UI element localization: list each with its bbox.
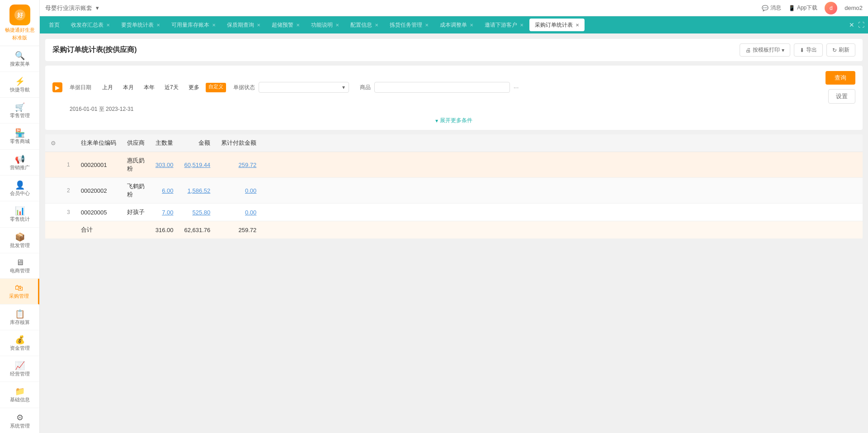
- sidebar-item-retail-shop[interactable]: 🏪零售商城: [0, 124, 39, 149]
- cell-settings-0: [45, 152, 61, 178]
- tab-invite-downstream[interactable]: 邀请下游客户✕: [479, 19, 529, 31]
- avatar[interactable]: d: [825, 2, 837, 14]
- footer-empty1: [45, 221, 61, 239]
- cell-seq-2: 3: [61, 204, 75, 221]
- column-settings-icon[interactable]: ⚙: [51, 140, 56, 147]
- date-filter-label: 单据日期: [70, 84, 91, 91]
- cell-amount-1[interactable]: 1,586.52: [179, 178, 216, 204]
- sidebar-item-system[interactable]: ⚙系统管理: [0, 408, 39, 433]
- table-row[interactable]: 1 00020001 惠氏奶粉 303.00 60,519.44 259.72: [45, 152, 863, 178]
- tab-home[interactable]: 首页: [43, 19, 65, 31]
- cell-qty-1[interactable]: 6.00: [150, 178, 179, 204]
- tab-cost-adjust[interactable]: 成本调整单✕: [434, 19, 479, 31]
- sidebar-item-ecommerce[interactable]: 🖥电商管理: [0, 253, 39, 279]
- date-btn-this-year[interactable]: 本年: [140, 83, 158, 92]
- export-button[interactable]: ⬇ 导出: [794, 43, 823, 57]
- app-download-label: App下载: [797, 4, 817, 12]
- cell-amount-2[interactable]: 525.80: [179, 204, 216, 221]
- query-button[interactable]: 查询: [826, 71, 855, 85]
- filter-row: ▶ 单据日期 上月 本月 本年 近7天 更多 自定义 单据状态 ▾: [52, 71, 855, 104]
- sidebar: 好 畅捷通好生意 标准版 🔍搜索英单⚡快捷导航🛒零售管理🏪零售商城📢营销推广👤会…: [0, 0, 40, 433]
- tab-expiry-query[interactable]: 保质期查询✕: [222, 19, 266, 31]
- tab-close-pick-task[interactable]: ✕: [425, 23, 429, 28]
- cell-qty-2[interactable]: 7.00: [150, 204, 179, 221]
- sidebar-item-wholesale[interactable]: 📦批发管理: [0, 228, 39, 253]
- sidebar-item-member[interactable]: 👤会员中心: [0, 176, 39, 201]
- goods-input[interactable]: [374, 82, 510, 93]
- sidebar-item-retail-stat[interactable]: 📊零售统计: [0, 201, 39, 227]
- table-area: ⚙ 往来单位编码 供应商 主数量 金额 累计付款金额 1 00020001 惠氏…: [45, 134, 863, 239]
- sidebar-item-marketing[interactable]: 📢营销推广: [0, 150, 39, 176]
- sidebar-item-retail[interactable]: 🛒零售管理: [0, 98, 39, 124]
- tab-purchase-stat[interactable]: 采购订单统计表✕: [529, 19, 585, 31]
- cell-paid-2[interactable]: 0.00: [216, 204, 262, 221]
- logo-area: 好 畅捷通好生意 标准版: [0, 0, 39, 46]
- fullscreen-icon[interactable]: ⛶: [858, 21, 864, 29]
- date-range-display: 2016-01-01 至 2023-12-31: [70, 105, 855, 113]
- filter-toggle-button[interactable]: ▶: [52, 82, 62, 92]
- sidebar-item-search[interactable]: 🔍搜索英单: [0, 46, 39, 72]
- username-label[interactable]: demo2: [844, 5, 863, 11]
- tab-receive-send[interactable]: 收发存汇总表✕: [66, 19, 115, 31]
- expand-icon: ▾: [435, 118, 438, 124]
- footer-row: 合计 316.00 62,631.76 259.72: [45, 221, 863, 239]
- tab-close-config-info[interactable]: ✕: [375, 23, 378, 28]
- tab-config-info[interactable]: 配置信息✕: [345, 19, 384, 31]
- tab-close-function-desc[interactable]: ✕: [335, 23, 339, 28]
- tab-function-desc[interactable]: 功能说明✕: [306, 19, 344, 31]
- cell-amount-0[interactable]: 60,519.44: [179, 152, 216, 178]
- table-header-row: ⚙ 往来单位编码 供应商 主数量 金额 累计付款金额: [45, 134, 863, 152]
- setting-button[interactable]: 设置: [828, 89, 855, 104]
- sidebar-item-basic[interactable]: 📁基础信息: [0, 382, 39, 408]
- cell-paid-1[interactable]: 0.00: [216, 178, 262, 204]
- custom-date-badge[interactable]: 自定义: [206, 83, 226, 92]
- app-download-button[interactable]: 📱 App下载: [788, 4, 817, 12]
- refresh-icon: ↻: [832, 47, 837, 53]
- sidebar-item-finance[interactable]: 💰资金管理: [0, 330, 39, 356]
- tab-close-receive-send[interactable]: ✕: [106, 23, 110, 28]
- sidebar-item-inventory[interactable]: 📋库存核算: [0, 305, 39, 330]
- cell-paid-0[interactable]: 259.72: [216, 152, 262, 178]
- message-button[interactable]: 💬 消息: [762, 4, 781, 12]
- tab-close-expiry-query[interactable]: ✕: [257, 23, 260, 28]
- tab-close-purchase-stat[interactable]: ✕: [576, 23, 579, 28]
- tab-goods-stat[interactable]: 要货单统计表✕: [116, 19, 165, 31]
- expand-more-button[interactable]: ▾ 展开更多条件: [435, 117, 472, 124]
- tab-close-inventory-book[interactable]: ✕: [212, 23, 216, 28]
- date-btn-7days[interactable]: 近7天: [161, 83, 182, 92]
- close-tab-icon[interactable]: ✕: [849, 21, 854, 29]
- goods-more-icon[interactable]: ···: [514, 84, 519, 91]
- message-label: 消息: [770, 4, 781, 12]
- tab-close-overstock-alert[interactable]: ✕: [296, 23, 300, 28]
- date-btn-this-month[interactable]: 本月: [119, 83, 137, 92]
- cell-qty-0[interactable]: 303.00: [150, 152, 179, 178]
- tab-close-invite-downstream[interactable]: ✕: [520, 23, 524, 28]
- col-seq: [61, 134, 75, 152]
- data-table: ⚙ 往来单位编码 供应商 主数量 金额 累计付款金额 1 00020001 惠氏…: [45, 134, 863, 239]
- table-row[interactable]: 3 00020005 好孩子 7.00 525.80 0.00: [45, 204, 863, 221]
- tab-close-cost-adjust[interactable]: ✕: [470, 23, 473, 28]
- print-label: 按模板打印: [753, 46, 780, 54]
- tab-close-goods-stat[interactable]: ✕: [156, 23, 160, 28]
- tab-overstock-alert[interactable]: 超储预警✕: [266, 19, 305, 31]
- print-button[interactable]: 🖨 按模板打印 ▾: [740, 43, 790, 57]
- table-row[interactable]: 2 00020002 飞鹤奶粉 6.00 1,586.52 0.00: [45, 178, 863, 204]
- tab-inventory-book[interactable]: 可用量库存账本✕: [166, 19, 221, 31]
- footer-paid: 259.72: [216, 221, 262, 239]
- refresh-button[interactable]: ↻ 刷新: [826, 43, 855, 57]
- status-filter: 单据状态 ▾: [233, 82, 349, 93]
- sidebar-item-operation[interactable]: 📈经营管理: [0, 356, 39, 382]
- sidebar-item-purchase[interactable]: 🛍采购管理: [0, 279, 39, 304]
- col-empty: [262, 134, 863, 152]
- tab-pick-task[interactable]: 拣货任务管理✕: [384, 19, 434, 31]
- tab-label-goods-stat: 要货单统计表: [121, 21, 154, 29]
- workspace-dropdown-icon[interactable]: ▾: [96, 5, 99, 11]
- logo-sub: 标准版: [12, 34, 27, 41]
- tabbar: 首页收发存汇总表✕要货单统计表✕可用量库存账本✕保质期查询✕超储预警✕功能说明✕…: [40, 16, 868, 33]
- date-btn-last-month[interactable]: 上月: [99, 83, 117, 92]
- goods-filter: 商品 ···: [360, 82, 519, 93]
- date-btn-more[interactable]: 更多: [185, 83, 203, 92]
- sidebar-item-quick-nav[interactable]: ⚡快捷导航: [0, 72, 39, 98]
- col-main-qty: 主数量: [150, 134, 179, 152]
- status-select[interactable]: ▾: [259, 82, 349, 93]
